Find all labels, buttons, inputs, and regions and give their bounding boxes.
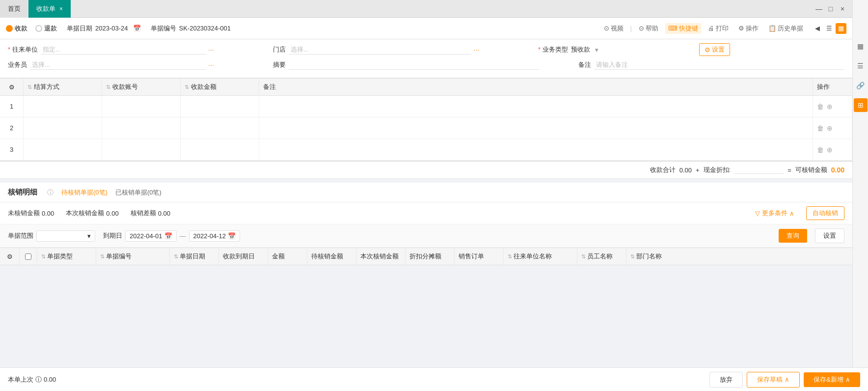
- total-value: 0.00: [679, 167, 692, 174]
- footer-value: 0.00: [44, 376, 56, 383]
- tab-receipt[interactable]: 收款单 ×: [28, 0, 71, 18]
- close-button[interactable]: ×: [839, 5, 846, 13]
- date-from-picker[interactable]: 2022-04-01 📅: [125, 230, 177, 242]
- list-view-button[interactable]: ☰: [824, 23, 835, 34]
- th-gear[interactable]: ⚙: [0, 79, 24, 95]
- table-row: 3 🗑 ⊕: [0, 139, 852, 161]
- form-row-2: 业务员 ··· 摘要 备注: [8, 60, 844, 70]
- date-value[interactable]: 2023-03-24: [95, 25, 128, 32]
- bth-gear[interactable]: ⚙: [0, 248, 20, 265]
- partner-ellipsis[interactable]: ···: [208, 46, 214, 54]
- pending-tab-link[interactable]: 待核销单据(0笔): [61, 188, 108, 197]
- remark-input[interactable]: [594, 60, 844, 70]
- td-account-3[interactable]: [102, 139, 181, 160]
- maximize-button[interactable]: □: [827, 5, 835, 13]
- footer-info-icon[interactable]: ⓘ: [35, 375, 42, 384]
- auto-clear-button[interactable]: 自动核销: [806, 206, 844, 220]
- td-amount-3[interactable]: [181, 139, 259, 160]
- td-remark-3[interactable]: [259, 139, 813, 160]
- copy-icon-3[interactable]: ⊕: [827, 146, 833, 154]
- td-amount-2[interactable]: [181, 117, 259, 139]
- shortcut-button[interactable]: ⌨ 快捷键: [665, 23, 701, 34]
- summary-input[interactable]: [289, 60, 539, 70]
- copy-icon-1[interactable]: ⊕: [827, 103, 833, 111]
- th-account: ⇅ 收款账号: [102, 79, 181, 95]
- delete-icon-2[interactable]: 🗑: [817, 124, 824, 132]
- plus-sign: +: [696, 167, 700, 174]
- minimize-button[interactable]: —: [815, 5, 823, 13]
- bth-dept-label: 部门名称: [636, 252, 662, 261]
- print-button[interactable]: 🖨 打印: [705, 23, 732, 34]
- section-header: 核销明细 ⓘ 待核销单据(0笔) 已核销单据(0笔): [0, 183, 852, 202]
- discount-input[interactable]: [734, 166, 784, 174]
- td-amount-1[interactable]: [181, 96, 259, 117]
- help-button[interactable]: ⊙ 帮助: [636, 23, 661, 34]
- td-settlement-1[interactable]: [24, 96, 102, 117]
- calendar-icon[interactable]: 📅: [133, 25, 141, 32]
- shop-ellipsis[interactable]: ···: [473, 46, 479, 54]
- bth-num: ⇅ 单据编号: [96, 248, 170, 265]
- tab-receipt-close[interactable]: ×: [59, 5, 63, 12]
- ops-label: 操作: [746, 24, 759, 33]
- info-icon[interactable]: ⓘ: [47, 188, 54, 197]
- th-remark-label: 备注: [263, 83, 276, 91]
- sort-date-icon: ⇅: [174, 253, 178, 260]
- save-new-button[interactable]: 保存&新增 ∧: [804, 372, 860, 387]
- partner-input[interactable]: [41, 45, 207, 55]
- biz-type-dropdown[interactable]: ▾: [592, 45, 602, 55]
- abandon-button[interactable]: 放弃: [709, 372, 743, 388]
- biz-type-label: 业务类型: [538, 45, 568, 54]
- bth-staff-label: 员工名称: [587, 252, 613, 261]
- current-value: 0.00: [106, 210, 118, 217]
- shop-input[interactable]: [289, 45, 471, 55]
- td-settlement-3[interactable]: [24, 139, 102, 160]
- staff-ellipsis[interactable]: ···: [208, 61, 214, 69]
- copy-icon-2[interactable]: ⊕: [827, 124, 833, 132]
- query-button[interactable]: 查询: [779, 229, 807, 243]
- td-remark-1[interactable]: [259, 96, 813, 117]
- video-icon: ⊙: [604, 25, 609, 32]
- draft-button[interactable]: 保存草稿 ∧: [747, 372, 800, 388]
- date-to-value: 2022-04-12: [193, 232, 226, 240]
- tab-bar: 首页 收款单 × — □ ×: [0, 0, 852, 18]
- calendar-to-icon: 📅: [228, 232, 236, 240]
- bth-check[interactable]: [20, 248, 37, 265]
- td-remark-2[interactable]: [259, 117, 813, 139]
- right-panel-link-icon[interactable]: 🔗: [854, 79, 868, 92]
- unchecked-label: 未核销金额: [8, 209, 40, 218]
- partner-field: 往来单位 ···: [8, 45, 214, 55]
- date-to-picker[interactable]: 2022-04-12 📅: [189, 230, 241, 242]
- more-conditions-button[interactable]: ▽ 更多条件 ∧: [755, 209, 794, 218]
- history-button[interactable]: 📋 历史单据: [765, 23, 806, 34]
- td-account-2[interactable]: [102, 117, 181, 139]
- tab-home-label: 首页: [8, 4, 21, 13]
- td-settlement-2[interactable]: [24, 117, 102, 139]
- ops-button[interactable]: ⚙ 操作: [735, 23, 761, 34]
- table-row: 1 🗑 ⊕: [0, 96, 852, 117]
- delete-icon-1[interactable]: 🗑: [817, 103, 824, 111]
- grid-view-button[interactable]: ▦: [836, 23, 846, 34]
- done-tab-link[interactable]: 已核销单据(0笔): [115, 188, 162, 197]
- delete-icon-3[interactable]: 🗑: [817, 146, 824, 154]
- right-panel-list-icon[interactable]: ☰: [854, 59, 868, 73]
- select-all-checkbox[interactable]: [25, 253, 31, 260]
- right-panel-table-icon[interactable]: ▦: [854, 39, 868, 53]
- toolbar: 收款 退款 单据日期 2023-03-24 📅 单据编号 SK-20230324…: [0, 18, 852, 39]
- receipt-radio[interactable]: 收款: [6, 24, 27, 33]
- td-account-1[interactable]: [102, 96, 181, 117]
- nav-prev-button[interactable]: ◀: [812, 23, 823, 34]
- right-panel-expand-icon[interactable]: ⊞: [854, 98, 868, 112]
- td-seq-1: 1: [0, 96, 24, 117]
- staff-input[interactable]: [30, 60, 206, 70]
- filter-settings-button[interactable]: 设置: [815, 228, 844, 243]
- range-select[interactable]: ▾: [36, 230, 95, 242]
- bth-discount-label: 折扣分摊额: [409, 252, 441, 261]
- number-value[interactable]: SK-20230324-001: [179, 25, 231, 32]
- video-button[interactable]: ⊙ 视频: [601, 23, 626, 34]
- refund-radio[interactable]: 退款: [35, 24, 57, 33]
- summary-field: 摘要: [273, 60, 539, 70]
- settings-button[interactable]: ⚙ 设置: [699, 43, 730, 56]
- reconcile-section: 核销明细 ⓘ 待核销单据(0笔) 已核销单据(0笔) 未核销金额 0.00 本次…: [0, 183, 852, 265]
- tab-home[interactable]: 首页: [0, 0, 28, 18]
- current-stat: 本次核销金额 0.00: [66, 209, 118, 218]
